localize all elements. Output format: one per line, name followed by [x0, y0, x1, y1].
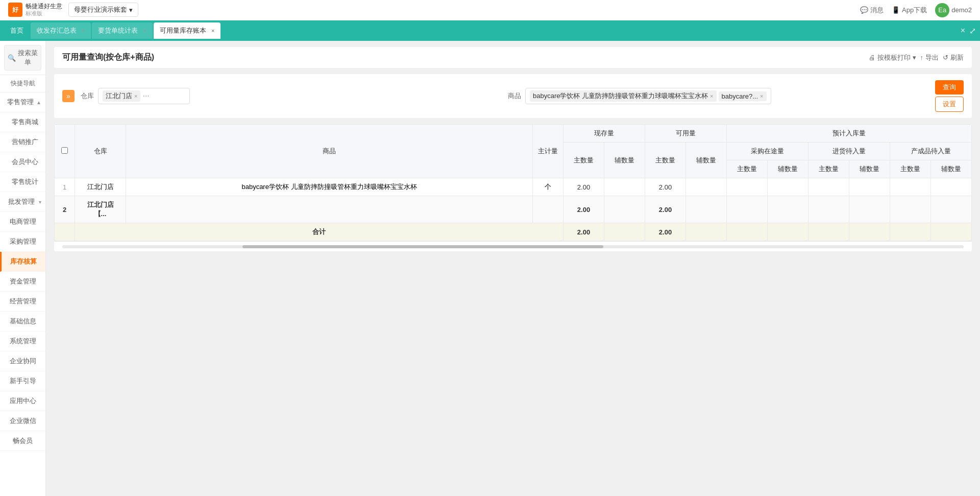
- search-menu-label: 搜索菜单: [18, 49, 38, 67]
- warehouse-tag: 江北门店 ×: [103, 90, 140, 102]
- org-name: 母婴行业演示账套: [74, 5, 127, 14]
- sidebar-item-members-label: 会员中心: [8, 157, 41, 167]
- user-menu[interactable]: Ea demo2: [935, 3, 972, 17]
- row1-production-pending-aux: [931, 178, 972, 196]
- th-production-pending-aux: 辅数量: [931, 160, 972, 178]
- row2-production-pending-main: [890, 196, 931, 223]
- sidebar-item-purchase[interactable]: 采购管理: [0, 232, 45, 252]
- sidebar-item-operations[interactable]: 经营管理: [0, 292, 45, 312]
- product-tag1-close[interactable]: ×: [710, 93, 713, 99]
- row2-production-pending-aux: [931, 196, 972, 223]
- sidebar: 🔍 搜索菜单 快捷导航 零售管理 ▲ 零售商城 营销推广 会员中心 零售统计 批…: [0, 41, 46, 496]
- inventory-table: 仓库 商品 主计量 现存量 可用量 预计入库量 主数量 辅数量 主数量 辅数量: [54, 124, 972, 241]
- main-layout: 🔍 搜索菜单 快捷导航 零售管理 ▲ 零售商城 营销推广 会员中心 零售统计 批…: [0, 41, 980, 496]
- sidebar-item-member[interactable]: 畅会员: [0, 431, 45, 451]
- tab-order-stats[interactable]: 要货单统计表 ×: [92, 22, 152, 39]
- th-stock-main: 主数量: [564, 143, 604, 178]
- sidebar-item-operations-label: 经营管理: [4, 297, 41, 306]
- row2-purchase-pending-main: [808, 196, 849, 223]
- sidebar-item-app-center[interactable]: 应用中心: [0, 391, 45, 411]
- th-product: 商品: [126, 125, 533, 178]
- scrollbar-thumb[interactable]: [242, 245, 603, 248]
- top-bar-left: 好 畅捷通好生意 标准版 母婴行业演示账套 ▾: [8, 3, 138, 17]
- message-btn[interactable]: 💬 消息: [860, 6, 884, 15]
- app-download-btn[interactable]: 📱 App下载: [892, 6, 927, 15]
- th-available-aux: 辅数量: [686, 143, 727, 178]
- warehouse-tag-text: 江北门店: [106, 91, 132, 101]
- th-warehouse: 仓库: [75, 125, 126, 178]
- row2-warehouse: 江北门店 【...: [75, 196, 126, 223]
- sidebar-item-inventory[interactable]: 库存核算: [0, 252, 45, 272]
- sidebar-item-retail-shop-label: 零售商城: [8, 117, 41, 127]
- sidebar-item-finance[interactable]: 资金管理: [0, 272, 45, 292]
- total-checkbox-cell: [55, 223, 75, 241]
- sidebar-item-retail-arrow: ▲: [36, 100, 41, 105]
- sidebar-item-enterprise-wx[interactable]: 企业微信: [0, 411, 45, 431]
- tab-order-stats-close[interactable]: ×: [143, 28, 146, 34]
- sidebar-item-marketing[interactable]: 营销推广: [0, 132, 45, 152]
- filter-area: » 仓库 江北门店 × ··· 商品 babycare: [54, 74, 972, 118]
- export-icon: ↑: [920, 54, 924, 61]
- tab-close-all-btn[interactable]: ×: [961, 26, 965, 35]
- sidebar-item-retail-stats[interactable]: 零售统计: [0, 172, 45, 192]
- warehouse-filter-input[interactable]: 江北门店 × ···: [98, 88, 190, 104]
- logo-area: 好 畅捷通好生意 标准版: [8, 3, 62, 17]
- sidebar-item-members[interactable]: 会员中心: [0, 152, 45, 172]
- row2-stock-main: 2.00: [564, 196, 604, 223]
- template-print-label: 按模板打印: [877, 53, 911, 62]
- sidebar-item-wholesale-label: 批发管理: [4, 197, 39, 206]
- tab-fullscreen-btn[interactable]: ⤢: [969, 26, 976, 36]
- template-print-btn[interactable]: 🖨 按模板打印 ▾: [869, 53, 916, 62]
- tab-home[interactable]: 首页: [4, 22, 30, 39]
- th-purchase-pending: 进货待入量: [808, 143, 890, 160]
- top-bar-right: 💬 消息 📱 App下载 Ea demo2: [860, 3, 972, 17]
- tab-available-inventory[interactable]: 可用量库存账本 ×: [154, 22, 220, 39]
- sidebar-item-base-info[interactable]: 基础信息: [0, 312, 45, 332]
- tab-order-stats-label: 要货单统计表: [98, 26, 138, 35]
- avatar: Ea: [935, 3, 949, 17]
- top-bar: 好 畅捷通好生意 标准版 母婴行业演示账套 ▾ 💬 消息 📱 App下载 Ea …: [0, 0, 980, 20]
- settings-btn[interactable]: 设置: [935, 97, 964, 112]
- product-tag2-close[interactable]: ×: [760, 93, 763, 99]
- table-footer: [54, 241, 972, 251]
- sidebar-search-area: 🔍 搜索菜单: [0, 41, 45, 75]
- sidebar-item-retail-shop[interactable]: 零售商城: [0, 112, 45, 132]
- sidebar-item-wholesale-arrow: ▾: [39, 199, 41, 205]
- quick-nav-btn[interactable]: 快捷导航: [11, 80, 35, 87]
- row1-purchase-transit-main: [727, 178, 768, 196]
- row2-unit: [533, 196, 564, 223]
- row2-available-main: 2.00: [645, 196, 686, 223]
- tab-receive-send[interactable]: 收发存汇总表 ×: [31, 22, 91, 39]
- sidebar-item-new-guide[interactable]: 新手引导: [0, 371, 45, 391]
- total-available-aux: [686, 223, 727, 241]
- total-stock-aux: [604, 223, 645, 241]
- sidebar-item-purchase-label: 采购管理: [4, 237, 41, 246]
- sidebar-item-wholesale[interactable]: 批发管理 ▾: [0, 192, 45, 212]
- content-area: 可用量查询(按仓库+商品) 🖨 按模板打印 ▾ ↑ 导出 ↺ 刷新: [46, 41, 980, 496]
- sidebar-item-retail[interactable]: 零售管理 ▲: [0, 92, 45, 112]
- table-container: 仓库 商品 主计量 现存量 可用量 预计入库量 主数量 辅数量 主数量 辅数量: [54, 124, 972, 251]
- th-available: 可用量: [645, 125, 727, 143]
- row1-product: babycare学饮杯 儿童防摔防撞吸管杯重力球吸嘴杯宝宝水杯: [126, 178, 533, 196]
- sidebar-item-enterprise[interactable]: 企业协同: [0, 351, 45, 371]
- sidebar-item-member-label: 畅会员: [4, 436, 41, 445]
- total-purchase-transit-aux: [768, 223, 808, 241]
- warehouse-tag-close[interactable]: ×: [134, 93, 137, 99]
- search-menu-btn[interactable]: 🔍 搜索菜单: [4, 45, 41, 70]
- sidebar-item-system[interactable]: 系统管理: [0, 332, 45, 351]
- filter-expand-btn[interactable]: »: [62, 90, 75, 102]
- sidebar-item-ecommerce[interactable]: 电商管理: [0, 212, 45, 232]
- org-selector[interactable]: 母婴行业演示账套 ▾: [68, 3, 138, 17]
- query-btn[interactable]: 查询: [935, 80, 964, 95]
- refresh-btn[interactable]: ↺ 刷新: [943, 53, 964, 62]
- row1-purchase-transit-aux: [768, 178, 808, 196]
- horizontal-scrollbar[interactable]: [62, 245, 964, 248]
- product-filter-input[interactable]: babycare学饮杯 儿童防摔防撞吸管杯重力球吸嘴杯宝宝水杯 × babyca…: [525, 88, 771, 104]
- tab-receive-send-close[interactable]: ×: [82, 28, 85, 34]
- select-all-checkbox[interactable]: [61, 147, 68, 154]
- export-btn[interactable]: ↑ 导出: [920, 53, 939, 62]
- row1-stock-aux: [604, 178, 645, 196]
- th-checkbox: [55, 125, 75, 178]
- tab-available-inventory-close[interactable]: ×: [211, 28, 214, 34]
- row1-stock-main: 2.00: [564, 178, 604, 196]
